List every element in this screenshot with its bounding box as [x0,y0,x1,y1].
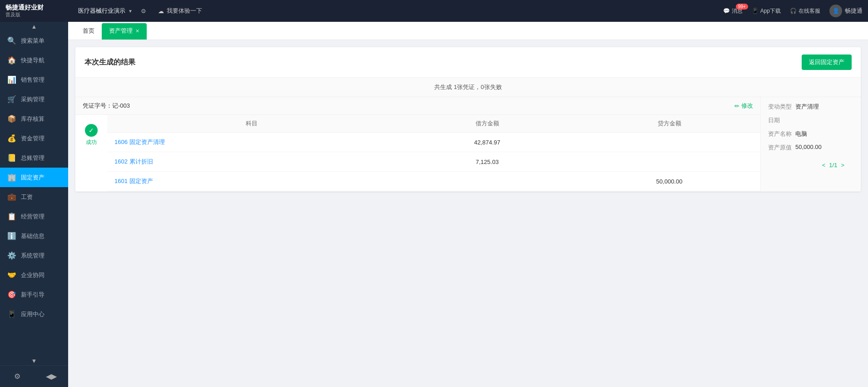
account-1601: 1601 固定资产 [107,172,396,191]
sidebar-item-search[interactable]: 🔍 搜索菜单 [0,31,68,50]
sidebar-label-ledger: 总账管理 [21,154,45,162]
sidebar-scroll-up[interactable]: ▲ [0,22,68,31]
debit-1601 [396,172,578,191]
sidebar-item-basic-info[interactable]: ℹ️ 基础信息 [0,226,68,246]
table-row: 1606 固定资产清理 42,874.97 [107,133,760,152]
change-type-row: 变动类型 资产清理 [768,103,853,111]
sidebar-item-funds[interactable]: 💰 资金管理 [0,129,68,148]
settings-bottom-icon[interactable]: ⚙ [0,369,34,383]
collab-icon: 🤝 [7,271,16,279]
sidebar-item-system[interactable]: ⚙️ 系统管理 [0,246,68,265]
sidebar-label-quick-nav: 快捷导航 [21,56,45,64]
change-type-value: 资产清理 [795,103,819,111]
pagination-next[interactable]: > [841,162,844,169]
tab-close-icon[interactable]: ✕ [135,28,139,34]
message-button[interactable]: 💬 消息 99+ [723,7,743,15]
col-account: 科目 [107,115,396,133]
message-badge: 99+ [736,4,748,10]
col-credit: 贷方金额 [578,115,760,133]
message-icon: 💬 [723,8,730,14]
asset-original-row: 资产原值 50,000.00 [768,144,853,152]
company-dropdown-arrow: ▼ [128,9,133,14]
search-icon: 🔍 [7,36,16,45]
voucher-main: 凭证字号：记-003 ✏ 修改 ✓ 成功 [75,97,761,191]
sidebar-label-guide: 新手引导 [21,291,45,299]
table-with-icon: ✓ 成功 科目 借方金额 贷方金额 [75,115,760,191]
experience-button[interactable]: ☁ 我要体验一下 [158,7,202,15]
sidebar-label-system: 系统管理 [21,252,45,260]
inventory-icon: 📦 [7,114,16,123]
sidebar-item-ledger[interactable]: 📒 总账管理 [0,148,68,168]
sidebar-item-quick-nav[interactable]: 🏠 快捷导航 [0,50,68,70]
table-row: 1602 累计折旧 7,125.03 [107,152,760,172]
online-service-button[interactable]: 🎧 在线客服 [790,7,820,15]
app-download-button[interactable]: 📱 App下载 [752,7,781,15]
company-selector[interactable]: 医疗器械行业演示 ▼ [78,7,133,15]
funds-icon: 💰 [7,134,16,143]
sidebar-label-collab: 企业协同 [21,271,45,279]
voucher-no: 凭证字号：记-003 [83,102,130,110]
top-header: 畅捷通好业财 普及版 医疗器械行业演示 ▼ ⚙ ☁ 我要体验一下 💬 消息 99… [0,0,868,22]
sidebar-item-sales[interactable]: 📊 销售管理 [0,70,68,89]
avatar: 👤 [829,5,842,17]
change-type-label: 变动类型 [768,103,792,111]
summary-row: 共生成 1张凭证，0张失败 [75,78,861,97]
sidebar-scroll: 🔍 搜索菜单 🏠 快捷导航 📊 销售管理 🛒 采购管理 📦 库存核算 💰 [0,31,68,356]
asset-name-row: 资产名称 电脑 [768,130,853,138]
date-row: 日期 [768,116,853,124]
success-label: 成功 [86,139,97,146]
pagination-prev[interactable]: < [822,162,826,169]
pagination-info: 1/1 [829,162,837,169]
sidebar-scroll-down[interactable]: ▼ [0,356,68,365]
sidebar-item-ops[interactable]: 📋 经营管理 [0,207,68,226]
content-area: 首页 资产管理 ✕ 本次生成的结果 返回固定资产 共生成 1张凭证，0张失败 [68,22,868,387]
download-icon: 📱 [752,8,759,14]
edition-label: 普及版 [5,11,20,18]
logo-area: 畅捷通好业财 普及版 [5,4,74,18]
voucher-table: 科目 借方金额 贷方金额 1606 固定资产清理 42,874. [107,115,760,191]
edit-icon: ✏ [734,103,739,109]
payroll-icon: 💼 [7,193,16,201]
user-name: 畅捷通 [845,7,863,15]
edit-button[interactable]: ✏ 修改 [734,102,753,110]
page-content: 本次生成的结果 返回固定资产 共生成 1张凭证，0张失败 凭证字号：记-003 … [68,40,868,387]
sidebar-item-collab[interactable]: 🤝 企业协同 [0,265,68,285]
result-title: 本次生成的结果 [84,58,135,67]
result-header: 本次生成的结果 返回固定资产 [75,47,861,78]
header-right: 💬 消息 99+ 📱 App下载 🎧 在线客服 👤 畅捷通 [723,5,863,17]
credit-1606 [578,133,760,152]
sidebar-item-fixed-assets[interactable]: 🏢 固定资产 [0,168,68,187]
settings-icon[interactable]: ⚙ [136,4,151,18]
tab-home[interactable]: 首页 [75,23,102,40]
sidebar-label-sales: 销售管理 [21,76,45,84]
sidebar-item-payroll[interactable]: 💼 工资 [0,187,68,207]
return-button[interactable]: 返回固定资产 [802,55,852,70]
voucher-header-row: 凭证字号：记-003 ✏ 修改 [75,97,760,115]
sidebar: ▲ 🔍 搜索菜单 🏠 快捷导航 📊 销售管理 🛒 采购管理 📦 库存核算 [0,22,68,387]
credit-1602 [578,152,760,172]
sales-icon: 📊 [7,75,16,84]
home-icon: 🏠 [7,56,16,64]
service-icon: 🎧 [790,8,797,14]
fixed-assets-icon: 🏢 [7,173,16,182]
sidebar-item-inventory[interactable]: 📦 库存核算 [0,109,68,129]
sidebar-item-guide[interactable]: 🎯 新手引导 [0,285,68,304]
asset-original-value: 50,000.00 [795,144,822,152]
asset-name-value: 电脑 [795,130,807,138]
col-debit: 借方金额 [396,115,578,133]
tab-asset-mgmt[interactable]: 资产管理 ✕ [102,23,147,40]
purchase-icon: 🛒 [7,95,16,104]
tab-asset-mgmt-label: 资产管理 [109,27,133,35]
online-service-label: 在线客服 [799,7,820,15]
user-area[interactable]: 👤 畅捷通 [829,5,863,17]
ledger-icon: 📒 [7,154,16,162]
basic-info-icon: ℹ️ [7,232,16,240]
experience-label: 我要体验一下 [167,7,202,15]
tab-bar: 首页 资产管理 ✕ [68,22,868,40]
sidebar-item-app-center[interactable]: 📱 应用中心 [0,304,68,324]
edit-label: 修改 [741,102,753,110]
account-1606: 1606 固定资产清理 [107,133,396,152]
collapse-icon[interactable]: ◀▶ [34,369,68,383]
side-info-panel: 变动类型 资产清理 日期 资产名称 电脑 资产原值 [761,97,861,191]
sidebar-item-purchase[interactable]: 🛒 采购管理 [0,89,68,109]
